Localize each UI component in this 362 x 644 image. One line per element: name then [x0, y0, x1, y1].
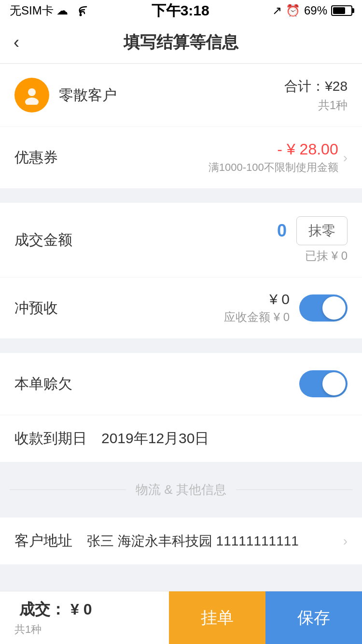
divider-line-right	[236, 490, 352, 490]
address-value: 张三 海淀永丰科技园 11111111111	[87, 532, 343, 550]
prepayment-row: 冲预收 ¥ 0 应收金额 ¥ 0	[0, 277, 362, 338]
due-date-row: 收款到期日 2019年12月30日	[0, 415, 362, 462]
gap-1	[0, 188, 362, 203]
status-left: 无SIM卡 ☁	[10, 3, 88, 18]
amount-label: 成交金额	[14, 230, 72, 250]
divider-text: 物流 & 其他信息	[136, 481, 226, 498]
coupon-row[interactable]: 优惠券 - ¥ 28.00 满1000-100不限制使用金额 ›	[0, 126, 362, 188]
back-button[interactable]: ‹	[14, 32, 19, 53]
customer-avatar	[14, 78, 49, 112]
page-title: 填写结算等信息	[124, 31, 238, 54]
footer-deal-label: 成交：	[19, 601, 66, 618]
due-date-value: 2019年12月30日	[101, 429, 209, 448]
no-sim-text: 无SIM卡 ☁	[10, 3, 68, 18]
coupon-desc: 满1000-100不限制使用金额	[209, 160, 338, 175]
coupon-label: 优惠券	[14, 148, 58, 168]
save-button[interactable]: 保存	[265, 591, 362, 644]
gap-2	[0, 338, 362, 353]
address-section: 客户地址 张三 海淀永丰科技园 11111111111 ›	[0, 518, 362, 564]
footer: 成交：¥ 0 共1种 挂单 保存	[0, 591, 362, 644]
amount-row: 成交金额 0 抹零 已抹 ¥ 0	[0, 203, 362, 277]
divider-line-left	[10, 490, 126, 490]
alarm-icon: ⏰	[286, 4, 300, 17]
svg-point-2	[25, 98, 39, 105]
address-row[interactable]: 客户地址 张三 海淀永丰科技园 11111111111 ›	[0, 518, 362, 564]
coupon-right: - ¥ 28.00 满1000-100不限制使用金额 ›	[209, 140, 348, 175]
amount-right: 0 抹零 已抹 ¥ 0	[277, 216, 348, 264]
footer-count: 共1种	[14, 622, 154, 637]
footer-info: 成交：¥ 0 共1种	[0, 591, 169, 644]
status-time: 下午3:18	[152, 1, 209, 21]
customer-name: 零散客户	[59, 85, 117, 105]
debt-toggle-thumb	[322, 372, 346, 395]
gap-4	[0, 508, 362, 518]
prepayment-sub: 应收金额 ¥ 0	[224, 309, 290, 325]
debt-toggle[interactable]	[299, 370, 348, 397]
customer-right: 合计：¥28 共1种	[284, 77, 348, 113]
toggle-thumb	[322, 296, 346, 320]
divider-section: 物流 & 其他信息	[0, 472, 362, 508]
customer-left: 零散客户	[14, 78, 117, 112]
footer-deal-amount: ¥ 0	[70, 601, 92, 618]
debt-row: 本单赊欠	[0, 353, 362, 415]
coupon-amount: - ¥ 28.00	[209, 140, 338, 158]
erase-button[interactable]: 抹零	[296, 216, 348, 245]
customer-section: 零散客户 合计：¥28 共1种 优惠券 - ¥ 28.00 满1000-100不…	[0, 64, 362, 188]
wifi-icon	[73, 5, 88, 16]
amount-value: 0	[277, 221, 287, 241]
prepayment-amount-wrap: ¥ 0 应收金额 ¥ 0	[224, 291, 290, 325]
prepayment-toggle[interactable]	[299, 294, 348, 322]
customer-row: 零散客户 合计：¥28 共1种	[0, 64, 362, 126]
due-date-label: 收款到期日	[14, 429, 87, 448]
coupon-info: - ¥ 28.00 满1000-100不限制使用金额	[209, 140, 338, 175]
gap-3	[0, 462, 362, 472]
amount-sub: 已抹 ¥ 0	[277, 248, 348, 264]
chevron-right-icon: ›	[343, 150, 348, 166]
footer-deal: 成交：¥ 0	[14, 599, 154, 620]
address-label: 客户地址	[14, 531, 72, 551]
battery-icon	[331, 5, 352, 16]
total-amount: 合计：¥28	[284, 77, 348, 96]
status-bar: 无SIM卡 ☁ 下午3:18 ↗ ⏰ 69%	[0, 0, 362, 21]
total-count: 共1种	[284, 98, 348, 113]
nav-bar: ‹ 填写结算等信息	[0, 21, 362, 64]
svg-point-0	[80, 14, 82, 16]
hold-button[interactable]: 挂单	[169, 591, 265, 644]
transaction-section: 成交金额 0 抹零 已抹 ¥ 0 冲预收 ¥ 0 应收金额 ¥ 0	[0, 203, 362, 338]
save-button-label: 保存	[297, 607, 330, 629]
debt-section: 本单赊欠 收款到期日 2019年12月30日	[0, 353, 362, 462]
prepayment-label: 冲预收	[14, 298, 58, 318]
prepayment-amount: ¥ 0	[224, 291, 290, 308]
direction-icon: ↗	[272, 4, 282, 17]
svg-point-1	[28, 88, 36, 96]
debt-label: 本单赊欠	[14, 374, 72, 394]
battery-percent: 69%	[304, 4, 327, 17]
status-right: ↗ ⏰ 69%	[272, 4, 352, 17]
prepayment-right: ¥ 0 应收金额 ¥ 0	[224, 291, 348, 325]
address-chevron-icon: ›	[343, 533, 348, 549]
hold-button-label: 挂单	[201, 607, 234, 629]
